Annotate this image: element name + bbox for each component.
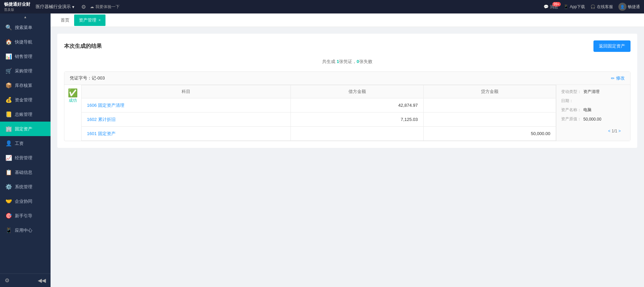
- table-row: 1606 固定资产清理 42,874.97: [82, 98, 556, 113]
- download-icon: 📱: [563, 4, 569, 9]
- sidebar-item-label-operations: 经营管理: [15, 155, 32, 161]
- table-row: 1601 固定资产 50,000.00: [82, 127, 556, 141]
- sidebar-item-sales[interactable]: 📊 销售管理: [0, 49, 51, 64]
- debit-cell-1: 7,125.03: [291, 113, 423, 127]
- voucher-table: 科目 借方金额 贷方金额 1606 固定资产清理 42,874.97 1602 …: [81, 85, 556, 141]
- sidebar-item-icon-payroll: 👤: [5, 140, 12, 147]
- sidebar-item-guide[interactable]: 🎯 新手引导: [0, 209, 51, 223]
- sidebar-item-fixed-assets[interactable]: 🏢 固定资产: [0, 122, 51, 136]
- sidebar-item-icon-operations: 📈: [5, 155, 12, 161]
- sidebar-item-system[interactable]: ⚙️ 系统管理: [0, 180, 51, 194]
- chevron-down-icon: ▾: [72, 4, 74, 9]
- voucher-number: 凭证字号：记-003: [70, 75, 105, 81]
- date-label: 日期：: [561, 98, 573, 104]
- tab-close-asset-mgmt[interactable]: ×: [98, 18, 101, 23]
- sidebar-item-search[interactable]: 🔍 搜索菜单: [0, 20, 51, 35]
- tab-bar: 首页资产管理×: [51, 13, 644, 27]
- sidebar-item-icon-system: ⚙️: [5, 184, 12, 190]
- service-icon: 🎧: [590, 4, 595, 9]
- collapse-icon[interactable]: ◀◀: [38, 277, 46, 284]
- next-page[interactable]: >: [618, 129, 621, 133]
- fail-count: 0: [357, 59, 359, 64]
- sidebar-item-label-inventory: 库存核算: [15, 83, 32, 89]
- sidebar-item-label-purchase: 采购管理: [15, 68, 32, 74]
- sidebar-item-icon-sales: 📊: [5, 53, 12, 60]
- sidebar-items: 🔍 搜索菜单 🏠 快捷导航 📊 销售管理 🛒 采购管理 📦 库存核算 💰 资金管…: [0, 20, 51, 274]
- sidebar-item-label-sales: 销售管理: [15, 54, 32, 60]
- result-summary: 共生成 1张凭证，0张失败: [64, 59, 631, 65]
- asset-name-value: 电脑: [583, 107, 591, 113]
- right-info-panel: 变动类型： 资产清理 日期： 资产名称： 电脑: [556, 85, 630, 141]
- sidebar-item-icon-inventory: 📦: [5, 82, 12, 89]
- sidebar-item-operations[interactable]: 📈 经营管理: [0, 151, 51, 165]
- sidebar-item-cooperation[interactable]: 🤝 企业协同: [0, 194, 51, 209]
- experience-label: 我要体验一下: [95, 4, 120, 10]
- subject-link-2[interactable]: 1601 固定资产: [87, 131, 116, 136]
- sidebar-item-icon-app-center: 📱: [5, 227, 12, 233]
- sidebar-item-purchase[interactable]: 🛒 采购管理: [0, 64, 51, 78]
- voucher-section: 凭证字号：记-003 ✏ 修改 ✅ 成功: [64, 71, 631, 141]
- experience-button[interactable]: ☁ 我要体验一下: [90, 4, 120, 10]
- logo-title: 畅捷通好业财: [4, 1, 30, 7]
- sidebar: ▲ 🔍 搜索菜单 🏠 快捷导航 📊 销售管理 🛒 采购管理 📦 库存核算 💰 资…: [0, 13, 51, 287]
- online-service-action[interactable]: 🎧 在线客服: [590, 4, 613, 10]
- settings-bottom-icon[interactable]: ⚙: [5, 277, 9, 284]
- sidebar-item-payroll[interactable]: 👤 工资: [0, 136, 51, 151]
- result-header: 本次生成的结果 返回固定资产: [64, 40, 631, 52]
- original-value-value: 50,000.00: [583, 117, 601, 122]
- sidebar-item-label-fixed-assets: 固定资产: [15, 126, 32, 132]
- message-badge: 99+: [552, 2, 561, 6]
- edit-label: 修改: [616, 75, 625, 81]
- edit-icon: ✏: [611, 76, 615, 81]
- table-row: 1602 累计折旧 7,125.03: [82, 113, 556, 127]
- content-area: 首页资产管理× 本次生成的结果 返回固定资产 共生成 1张凭证，0张失败 凭证字…: [51, 13, 644, 287]
- sidebar-item-app-center[interactable]: 📱 应用中心: [0, 223, 51, 237]
- prev-page[interactable]: <: [608, 129, 611, 133]
- sidebar-item-icon-purchase: 🛒: [5, 68, 12, 74]
- sidebar-item-icon-quick-nav: 🏠: [5, 39, 12, 45]
- sidebar-item-quick-nav[interactable]: 🏠 快捷导航: [0, 35, 51, 49]
- sidebar-item-label-quick-nav: 快捷导航: [15, 39, 32, 45]
- tab-home[interactable]: 首页: [56, 14, 74, 26]
- sidebar-item-icon-guide: 🎯: [5, 213, 12, 219]
- user-name: 畅捷通: [628, 4, 640, 10]
- page-title: 本次生成的结果: [64, 43, 102, 50]
- settings-icon[interactable]: ⚙: [80, 2, 87, 11]
- subject-link-0[interactable]: 1606 固定资产清理: [87, 103, 124, 108]
- asset-name-row: 资产名称： 电脑: [561, 107, 625, 113]
- sidebar-item-ledger[interactable]: 📒 总账管理: [0, 107, 51, 122]
- page-content: 本次生成的结果 返回固定资产 共生成 1张凭证，0张失败 凭证字号：记-003 …: [51, 27, 644, 287]
- sidebar-item-label-cooperation: 企业协同: [15, 198, 32, 204]
- change-type-row: 变动类型： 资产清理: [561, 89, 625, 95]
- voucher-header: 凭证字号：记-003 ✏ 修改: [64, 72, 630, 85]
- asset-name-label: 资产名称：: [561, 107, 581, 113]
- subject-link-1[interactable]: 1602 累计折旧: [87, 117, 116, 122]
- debit-cell-2: [291, 127, 423, 141]
- sidebar-item-icon-basic-info: 📋: [5, 169, 12, 176]
- original-value-row: 资产原值： 50,000.00: [561, 116, 625, 122]
- message-icon: 💬: [544, 4, 549, 9]
- avatar: 👤: [618, 3, 626, 11]
- sidebar-item-basic-info[interactable]: 📋 基础信息: [0, 165, 51, 180]
- success-text: 成功: [69, 98, 77, 103]
- user-area[interactable]: 👤 畅捷通: [618, 3, 640, 11]
- sidebar-item-finance[interactable]: 💰 资金管理: [0, 93, 51, 107]
- company-selector[interactable]: 医疗器械行业演示 ▾: [33, 2, 77, 11]
- main-layout: ▲ 🔍 搜索菜单 🏠 快捷导航 📊 销售管理 🛒 采购管理 📦 库存核算 💰 资…: [0, 13, 644, 287]
- edit-button[interactable]: ✏ 修改: [611, 75, 625, 81]
- tab-asset-mgmt[interactable]: 资产管理×: [74, 14, 105, 26]
- company-name: 医疗器械行业演示: [36, 4, 71, 10]
- return-button[interactable]: 返回固定资产: [593, 40, 631, 52]
- sidebar-scroll-up[interactable]: ▲: [0, 13, 51, 20]
- credit-cell-1: [423, 113, 556, 127]
- sidebar-item-label-app-center: 应用中心: [15, 227, 32, 233]
- app-download-action[interactable]: 📱 App下载: [563, 4, 585, 10]
- debit-cell-0: 42,874.97: [291, 98, 423, 113]
- voucher-status-cell: ✅ 成功: [64, 85, 81, 141]
- date-row: 日期：: [561, 98, 625, 104]
- col-header-subject: 科目: [82, 85, 291, 98]
- logo-subtitle: 普及版: [4, 7, 14, 12]
- sidebar-item-inventory[interactable]: 📦 库存核算: [0, 78, 51, 93]
- sidebar-item-label-search: 搜索菜单: [15, 25, 32, 31]
- message-action[interactable]: 💬 消息 99+: [544, 4, 558, 10]
